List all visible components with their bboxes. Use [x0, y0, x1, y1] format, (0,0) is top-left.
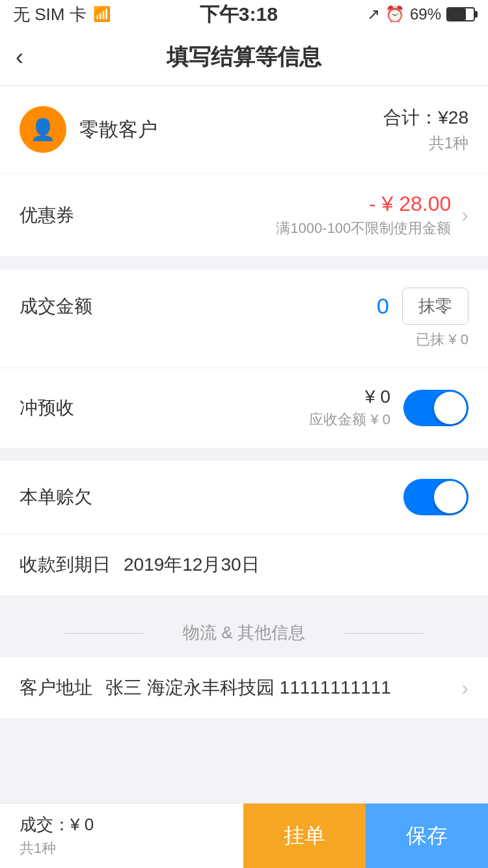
coupon-desc: 满1000-100不限制使用金额	[276, 219, 451, 238]
duedate-section: 收款到期日 2019年12月30日	[0, 534, 488, 595]
transaction-amount-row: 成交金额 0 抹零 已抹 ¥ 0	[0, 269, 488, 368]
bottom-transaction: 成交：¥ 0	[20, 813, 224, 836]
debt-toggle-knob	[434, 481, 467, 513]
customer-section: 👤 零散客户 合计：¥28 共1种 优惠券 - ¥ 28.00 满1000-10…	[0, 86, 488, 256]
duedate-row: 收款到期日 2019年12月30日	[20, 552, 468, 577]
prereceive-toggle[interactable]	[403, 390, 468, 426]
logistics-header-text: 物流 & 其他信息	[183, 623, 305, 642]
coupon-chevron-icon: ›	[461, 203, 468, 227]
logistics-header: 物流 & 其他信息	[0, 608, 488, 657]
transaction-label: 成交金额	[20, 294, 92, 319]
status-bar: 无 SIM 卡 📶 下午3:18 ↗ ⏰ 69%	[0, 0, 488, 29]
bottom-info: 成交：¥ 0 共1种	[0, 804, 243, 868]
alarm-icon: ⏰	[385, 5, 405, 23]
location-icon: ↗	[367, 5, 380, 23]
address-value: 张三 海淀永丰科技园 11111111111	[105, 675, 461, 700]
customer-right: 合计：¥28 共1种	[383, 105, 468, 154]
debt-toggle[interactable]	[403, 479, 468, 515]
battery-percent: 69%	[410, 5, 441, 23]
customer-count: 共1种	[383, 133, 468, 154]
round-button[interactable]: 抹零	[402, 288, 468, 325]
prereceive-value: ¥ 0 应收金额 ¥ 0	[309, 387, 390, 429]
transaction-sub: 已抹 ¥ 0	[20, 330, 468, 349]
address-label: 客户地址	[20, 675, 92, 700]
status-right: ↗ ⏰ 69%	[367, 5, 475, 23]
avatar: 👤	[20, 106, 66, 153]
prereceive-right: ¥ 0 应收金额 ¥ 0	[309, 387, 468, 429]
coupon-label: 优惠券	[20, 203, 74, 228]
debt-label: 本单赊欠	[20, 485, 92, 509]
carrier-text: 无 SIM 卡	[13, 3, 87, 26]
customer-name: 零散客户	[79, 116, 157, 143]
debt-section: 本单赊欠 收款到期日 2019年12月30日	[0, 461, 488, 595]
hold-button[interactable]: 挂单	[243, 804, 366, 868]
status-time: 下午3:18	[200, 1, 278, 28]
nav-bar: ‹ 填写结算等信息	[0, 29, 488, 86]
coupon-row[interactable]: 优惠券 - ¥ 28.00 满1000-100不限制使用金额 ›	[0, 173, 488, 256]
duedate-label: 收款到期日	[20, 552, 111, 577]
toggle-knob	[434, 392, 467, 424]
transaction-right: 0 抹零	[377, 288, 468, 325]
bottom-count: 共1种	[20, 839, 224, 858]
duedate-value: 2019年12月30日	[124, 552, 260, 577]
coupon-value: - ¥ 28.00 满1000-100不限制使用金额	[276, 192, 451, 238]
address-row[interactable]: 客户地址 张三 海淀永丰科技园 11111111111 ›	[0, 657, 488, 719]
transaction-section: 成交金额 0 抹零 已抹 ¥ 0 冲预收 ¥ 0 应收金额 ¥ 0	[0, 269, 488, 448]
battery-icon	[446, 7, 475, 21]
status-left: 无 SIM 卡 📶	[13, 3, 111, 26]
address-chevron-icon: ›	[461, 676, 468, 700]
debt-row: 本单赊欠	[0, 461, 488, 534]
page-title: 填写结算等信息	[167, 42, 321, 72]
avatar-icon: 👤	[30, 117, 56, 142]
bottom-transaction-amount: ¥ 0	[70, 815, 94, 834]
customer-left: 👤 零散客户	[20, 106, 157, 153]
customer-total: 合计：¥28	[383, 105, 468, 130]
address-section: 客户地址 张三 海淀永丰科技园 11111111111 ›	[0, 657, 488, 719]
prereceive-sub: 应收金额 ¥ 0	[309, 410, 390, 429]
transaction-amount: 0	[377, 293, 389, 319]
battery-fill	[448, 8, 466, 20]
bottom-bar: 成交：¥ 0 共1种 挂单 保存	[0, 803, 488, 868]
prereceive-amount: ¥ 0	[309, 387, 390, 407]
transaction-row: 成交金额 0 抹零	[20, 288, 468, 325]
bottom-spacer	[0, 732, 488, 810]
coupon-right: - ¥ 28.00 满1000-100不限制使用金额 ›	[276, 192, 468, 238]
customer-row: 👤 零散客户 合计：¥28 共1种	[0, 86, 488, 173]
save-button[interactable]: 保存	[366, 804, 488, 868]
prereceive-section: 冲预收 ¥ 0 应收金额 ¥ 0	[0, 368, 488, 448]
bottom-transaction-label: 成交：	[20, 815, 70, 834]
prereceive-row: 冲预收 ¥ 0 应收金额 ¥ 0	[20, 368, 468, 448]
back-button[interactable]: ‹	[16, 44, 23, 71]
wifi-icon: 📶	[93, 6, 111, 23]
coupon-amount: - ¥ 28.00	[276, 192, 451, 216]
prereceive-label: 冲预收	[20, 396, 74, 420]
